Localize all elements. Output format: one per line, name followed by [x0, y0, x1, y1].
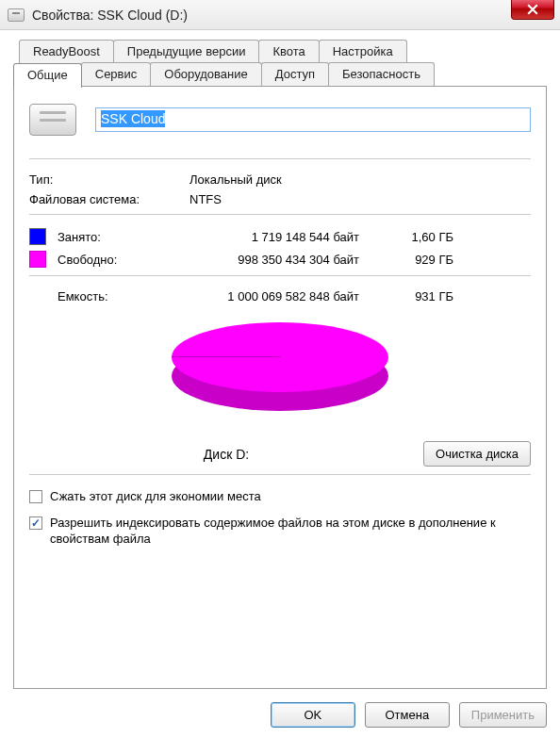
compress-label: Сжать этот диск для экономии места [50, 488, 261, 505]
capacity-label: Емкость: [29, 289, 171, 303]
dialog-button-row: OK Отмена Применить [0, 697, 560, 737]
type-label: Тип: [29, 172, 189, 187]
tab-readyboost[interactable]: ReadyBoost [19, 40, 114, 63]
tab-security[interactable]: Безопасность [328, 62, 435, 87]
disk-label: Диск D: [29, 447, 423, 462]
index-label: Разрешить индексировать содержимое файло… [50, 515, 531, 548]
close-button[interactable] [511, 0, 554, 20]
separator [29, 474, 531, 475]
drive-large-icon [29, 104, 76, 136]
drive-icon [8, 8, 25, 22]
used-human: 1,60 ГБ [359, 230, 453, 244]
volume-name-value: SSK Cloud [101, 110, 165, 127]
free-human: 929 ГБ [359, 253, 453, 267]
title-bar: Свойства: SSK Cloud (D:) [0, 0, 560, 30]
tab-quota[interactable]: Квота [258, 40, 319, 63]
tab-tools[interactable]: Сервис [81, 62, 152, 87]
tab-sharing[interactable]: Доступ [261, 62, 329, 87]
separator [29, 275, 531, 276]
free-bytes: 998 350 434 304 байт [171, 253, 359, 267]
used-color-swatch [29, 228, 46, 245]
ok-button[interactable]: OK [271, 702, 355, 728]
filesystem-label: Файловая система: [29, 192, 189, 206]
tab-panel-general: SSK Cloud Тип: Локальный диск Файловая с… [13, 86, 547, 689]
close-icon [527, 4, 538, 15]
apply-button[interactable]: Применить [459, 702, 547, 728]
tab-hardware[interactable]: Оборудование [150, 62, 261, 87]
capacity-human: 931 ГБ [359, 289, 453, 303]
compress-checkbox[interactable] [29, 490, 42, 503]
window-title: Свойства: SSK Cloud (D:) [32, 8, 188, 23]
separator [29, 158, 531, 159]
index-checkbox[interactable] [29, 516, 42, 530]
free-color-swatch [29, 251, 46, 268]
separator [29, 214, 531, 215]
tab-customize[interactable]: Настройка [319, 40, 407, 63]
tab-general[interactable]: Общие [13, 63, 82, 88]
tab-previous-versions[interactable]: Предыдущие версии [113, 40, 260, 63]
capacity-bytes: 1 000 069 582 848 байт [171, 289, 359, 303]
type-value: Локальный диск [189, 172, 282, 187]
volume-name-input[interactable]: SSK Cloud [95, 107, 531, 132]
disk-cleanup-button[interactable]: Очистка диска [423, 441, 531, 467]
used-label: Занято: [58, 230, 171, 244]
usage-pie-chart [172, 315, 388, 428]
free-label: Свободно: [58, 253, 171, 267]
filesystem-value: NTFS [189, 192, 222, 206]
tab-strip: ReadyBoost Предыдущие версии Квота Настр… [13, 40, 547, 689]
cancel-button[interactable]: Отмена [365, 702, 450, 728]
used-bytes: 1 719 148 544 байт [171, 230, 359, 244]
